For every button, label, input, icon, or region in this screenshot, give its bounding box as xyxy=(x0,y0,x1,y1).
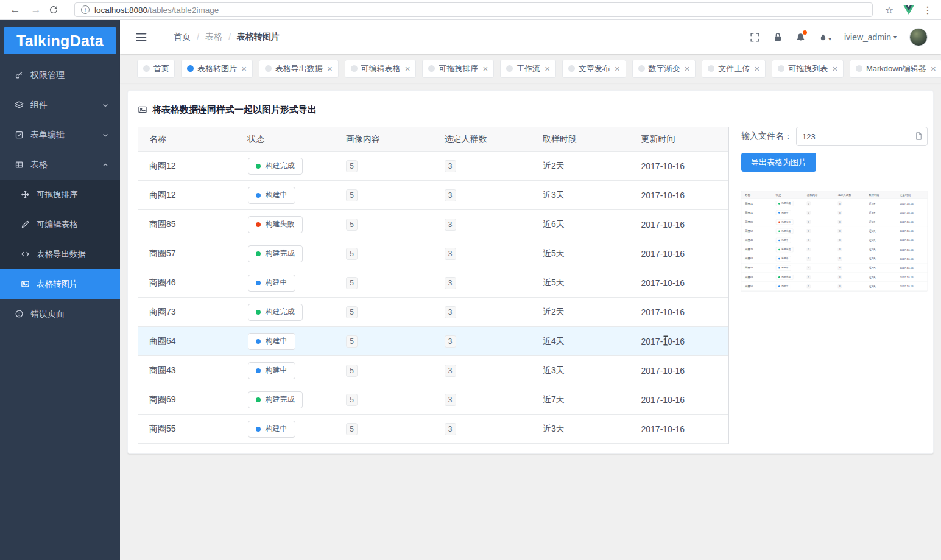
table-row[interactable]: 商圈85 构建失败 5 xyxy=(138,210,728,239)
status-button[interactable]: 构建中 xyxy=(248,333,295,350)
bookmark-star-icon[interactable]: ☆ xyxy=(885,4,893,16)
cell-name: 商圈46 xyxy=(138,278,237,289)
refresh-icon[interactable] xyxy=(49,5,65,15)
back-icon[interactable]: ← xyxy=(7,4,23,16)
cell-people: 3 xyxy=(434,335,532,348)
sidebar-item-tables[interactable]: 表格 xyxy=(0,150,120,180)
move-icon xyxy=(21,190,30,199)
status-button[interactable]: 构建中 xyxy=(248,421,295,438)
table-row[interactable]: 商圈46 构建中 5 xyxy=(138,268,728,298)
logo[interactable]: TalkingData xyxy=(4,27,116,54)
cell-name: 商圈85 xyxy=(138,219,237,230)
topbar-actions: ▾ iview_admin ▾ xyxy=(750,28,928,46)
forward-icon[interactable]: → xyxy=(28,4,44,16)
tab[interactable]: 首页 × xyxy=(137,60,175,78)
tab-close-icon[interactable]: × xyxy=(753,64,760,73)
cell-name: 商圈57 xyxy=(138,248,237,259)
status-button[interactable]: 构建完成 xyxy=(248,158,303,175)
tab-dot-icon xyxy=(351,65,358,72)
tab-close-icon[interactable]: × xyxy=(241,64,247,73)
status-button[interactable]: 构建完成 xyxy=(248,245,303,262)
sidebar-item-table-to-image[interactable]: 表格转图片 xyxy=(0,269,120,299)
breadcrumb-home[interactable]: 首页 xyxy=(174,32,191,43)
tab[interactable]: 数字渐变 × xyxy=(632,60,696,78)
portrait-count: 5 xyxy=(346,189,358,201)
filename-input[interactable] xyxy=(796,127,928,146)
status-label: 构建完成 xyxy=(266,161,295,171)
sidebar-item-editable-table[interactable]: 可编辑表格 xyxy=(0,209,120,239)
tab-label: 数字渐变 xyxy=(649,63,680,74)
table-row[interactable]: 商圈55 构建中 5 xyxy=(138,415,728,444)
preview-portrait-count: 5 xyxy=(807,266,811,270)
page-info-icon[interactable]: i xyxy=(81,5,90,14)
tab-close-icon[interactable]: × xyxy=(404,64,411,73)
theme-icon[interactable]: ▾ xyxy=(819,33,831,42)
status-button[interactable]: 构建中 xyxy=(248,362,295,379)
tab[interactable]: 可编辑表格 × xyxy=(345,60,417,78)
preview-cell-status: 构建完成 xyxy=(772,275,803,280)
table-row[interactable]: 商圈43 构建中 5 xyxy=(138,356,728,385)
chevron-down-icon xyxy=(102,102,109,109)
tab[interactable]: Markdown编辑器 × xyxy=(850,60,941,78)
sidebar-item-label: 可编辑表格 xyxy=(37,219,78,230)
tab-close-icon[interactable]: × xyxy=(614,64,621,73)
user-dropdown[interactable]: iview_admin ▾ xyxy=(844,32,897,42)
tab-close-icon[interactable]: × xyxy=(544,64,551,73)
preview-cell-status: 构建失败 xyxy=(772,219,803,225)
tab[interactable]: 可拖拽列表 × xyxy=(772,60,844,78)
lock-icon[interactable] xyxy=(773,32,783,42)
tab-close-icon[interactable]: × xyxy=(482,64,488,73)
sidebar-item-components[interactable]: 组件 xyxy=(0,90,120,120)
preview-status-button: 构建中 xyxy=(776,256,791,262)
table-row[interactable]: 商圈64 构建中 5 xyxy=(138,327,728,356)
status-button[interactable]: 构建失败 xyxy=(248,216,303,233)
preview-cell-portrait: 5 xyxy=(803,201,834,205)
tab-close-icon[interactable]: × xyxy=(831,64,838,73)
status-button[interactable]: 构建完成 xyxy=(248,304,303,321)
preview-column-header: 状态 xyxy=(772,194,803,197)
tab[interactable]: 表格导出数据 × xyxy=(259,60,339,78)
sidebar-item-error-pages[interactable]: 错误页面 xyxy=(0,299,120,329)
sidebar-item-permission[interactable]: 权限管理 xyxy=(0,60,120,90)
status-button[interactable]: 构建完成 xyxy=(248,391,303,408)
tab[interactable]: 文章发布 × xyxy=(562,60,626,78)
table-row[interactable]: 商圈12 构建完成 5 xyxy=(138,152,728,181)
menu-toggle-icon[interactable] xyxy=(135,30,148,44)
layers-icon xyxy=(15,100,24,110)
preview-status-label: 构建完成 xyxy=(781,202,791,205)
fullscreen-icon[interactable] xyxy=(750,32,760,43)
bell-icon[interactable] xyxy=(795,32,806,43)
address-bar[interactable]: i localhost:8080/tables/table2image xyxy=(74,2,873,17)
tab-close-icon[interactable]: × xyxy=(326,64,333,73)
tab-close-icon[interactable]: × xyxy=(684,64,691,73)
cell-period: 近7天 xyxy=(532,394,630,405)
tab[interactable]: 表格转图片 × xyxy=(181,60,253,78)
breadcrumb-tables[interactable]: 表格 xyxy=(205,32,222,43)
table-row[interactable]: 商圈12 构建中 5 xyxy=(138,181,728,210)
browser-menu-icon[interactable]: ⋮ xyxy=(922,4,934,16)
column-header: 取样时段 xyxy=(532,134,630,145)
sidebar-item-table-export[interactable]: 表格导出数据 xyxy=(0,239,120,269)
table-row[interactable]: 商圈57 构建完成 5 xyxy=(138,239,728,268)
sidebar-item-drag-sort[interactable]: 可拖拽排序 xyxy=(0,180,120,209)
status-button[interactable]: 构建中 xyxy=(248,275,295,292)
avatar[interactable] xyxy=(909,28,928,46)
sidebar-item-form-edit[interactable]: 表单编辑 xyxy=(0,120,120,150)
preview-people-count: 3 xyxy=(838,211,842,214)
table-row[interactable]: 商圈69 构建完成 5 xyxy=(138,385,728,415)
cell-status: 构建中 xyxy=(237,187,336,204)
cell-updated: 2017-10-16 xyxy=(630,307,729,317)
tab-close-icon[interactable]: × xyxy=(930,64,937,73)
tab-label: 可拖拽列表 xyxy=(788,63,828,74)
vue-devtools-icon[interactable] xyxy=(903,5,914,15)
cell-period: 近2天 xyxy=(532,307,630,318)
table-row[interactable]: 商圈73 构建完成 5 xyxy=(138,298,728,327)
tab[interactable]: 文件上传 × xyxy=(702,60,766,78)
tab[interactable]: 可拖拽排序 × xyxy=(422,60,494,78)
tab-label: 首页 xyxy=(153,63,169,74)
cell-name: 商圈69 xyxy=(138,394,237,405)
status-button[interactable]: 构建中 xyxy=(248,187,295,204)
export-button[interactable]: 导出表格为图片 xyxy=(741,153,816,172)
tab[interactable]: 工作流 × xyxy=(500,60,556,78)
pencil-icon xyxy=(21,220,30,229)
